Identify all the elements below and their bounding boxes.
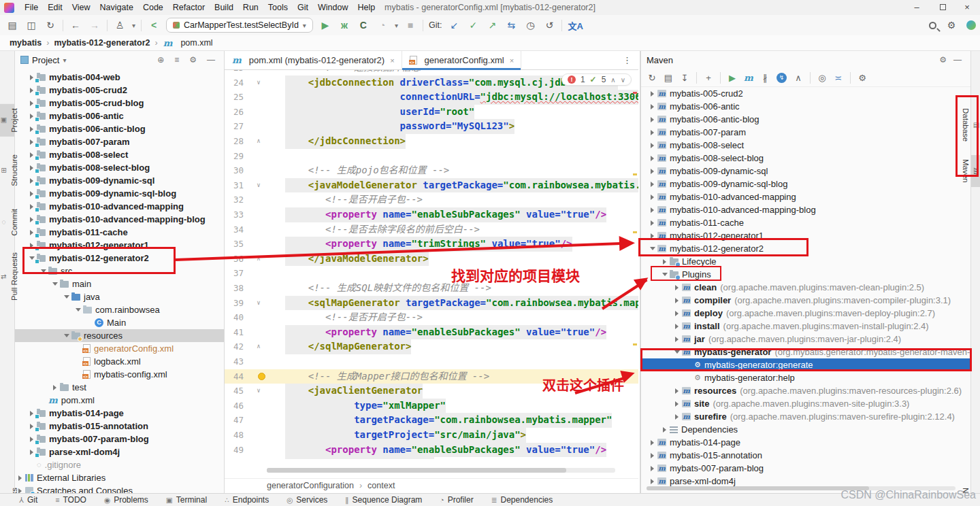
statusbar-item-services[interactable]: ◎Services	[287, 495, 327, 505]
code-line[interactable]: 35 <property name="trimStrings" value="t…	[225, 237, 638, 252]
menu-item-build[interactable]: Build	[210, 3, 238, 12]
fold-expanded-icon[interactable]: ∨	[253, 296, 264, 311]
chevron-right-icon[interactable]	[648, 466, 657, 471]
chevron-down-icon[interactable]	[648, 247, 657, 250]
analyze-dependencies-icon[interactable]: ◎	[817, 73, 827, 83]
project-tree-item[interactable]: Scratches and Consoles	[15, 484, 224, 493]
code-line[interactable]: 25 connectionURL="jdbc:mysql://localhost…	[225, 90, 638, 105]
breadcrumb-item[interactable]: mybatis-012-generator2	[54, 38, 150, 48]
code-line[interactable]: 43	[225, 354, 638, 369]
generate-sources-icon[interactable]: ▤	[664, 73, 673, 83]
chevron-right-icon[interactable]	[648, 156, 657, 161]
hide-panel-icon[interactable]: —	[203, 55, 218, 65]
build-icon[interactable]: <	[147, 20, 161, 31]
code-line[interactable]: 28∧ </jdbcConnection>	[225, 134, 638, 149]
menu-item-help[interactable]: Help	[353, 3, 380, 12]
save-all-icon[interactable]: ◫	[24, 20, 38, 31]
chevron-right-icon[interactable]	[648, 220, 657, 226]
project-tree-item[interactable]: mybatis-010-advanced-mapping-blog	[15, 213, 224, 226]
forward-icon[interactable]: →	[88, 20, 101, 31]
dependency-analyzer-icon[interactable]: ≍	[834, 73, 843, 83]
coverage-button[interactable]: C	[357, 20, 370, 31]
maven-tree-item[interactable]: mmybatis-009-dynamic-sql-blog	[641, 178, 970, 190]
project-tree-item[interactable]: com.rainbowsea	[15, 303, 224, 316]
code-line[interactable]: 50∧ </javaClientGenerator>	[225, 457, 638, 459]
sidebar-tab-project[interactable]: ▣Project	[0, 104, 14, 137]
project-tree-item[interactable]: mybatis-007-param	[15, 135, 224, 148]
panel-settings-gear-icon[interactable]: ⚙	[186, 55, 200, 65]
code-line[interactable]: 30 <!-- 生成pojo包名和位置 -->	[225, 163, 638, 178]
statusbar-item-profiler[interactable]: ◔Profiler	[440, 495, 473, 505]
chevron-right-icon[interactable]	[648, 169, 657, 174]
project-tree-item[interactable]: mybats-007-param-blog	[15, 433, 224, 445]
maven-tree-item[interactable]: mmybatis-006-antic-blog	[641, 113, 970, 126]
fold-end-icon[interactable]: ∧	[253, 339, 264, 354]
download-sources-icon[interactable]: ↧	[680, 73, 689, 83]
chevron-down-icon[interactable]	[62, 295, 71, 299]
project-tree-item[interactable]: mybatis-006-antic-blog	[15, 122, 224, 135]
menu-item-run[interactable]: Run	[238, 3, 263, 12]
chevron-right-icon[interactable]	[648, 195, 657, 200]
code-line[interactable]: 36∧ </javaModelGenerator>	[225, 252, 638, 267]
warning-stripe-mark[interactable]	[633, 231, 637, 233]
settings-gear-icon[interactable]: ⚙	[945, 20, 958, 31]
maven-tree-item[interactable]: ⚙mybatis-generator:generate	[641, 358, 970, 371]
chevron-right-icon[interactable]	[648, 117, 657, 122]
maven-tree-item[interactable]: mdeploy(org.apache.maven.plugins:maven-d…	[641, 307, 970, 320]
chevron-right-icon[interactable]	[672, 388, 681, 394]
statusbar-item-dependencies[interactable]: ≣Dependencies	[491, 495, 553, 505]
stop-button[interactable]: ■	[404, 20, 417, 31]
chevron-right-icon[interactable]	[648, 130, 657, 135]
chevron-down-icon[interactable]	[74, 308, 82, 311]
project-tree-item[interactable]: java	[15, 290, 224, 303]
chevron-right-icon[interactable]	[660, 259, 669, 265]
sidebar-tab-database[interactable]: ▤Database	[971, 104, 980, 146]
open-icon[interactable]: ▤	[5, 20, 19, 31]
sidebar-tab-structure[interactable]: ⊞Structure	[0, 150, 14, 190]
project-tree-item[interactable]: mybatis-012-generator1	[15, 239, 224, 252]
skip-tests-icon[interactable]: ∦	[760, 73, 770, 83]
translate-icon[interactable]: 文A	[568, 19, 583, 32]
maven-tree-item[interactable]: minstall(org.apache.maven.plugins:maven-…	[641, 320, 970, 333]
panel-settings-gear-icon[interactable]: ⚙	[936, 55, 950, 65]
offline-mode-icon[interactable]: ↯	[777, 73, 787, 83]
plugin-sphere-icon[interactable]	[966, 20, 976, 30]
chevron-right-icon[interactable]	[50, 385, 59, 390]
project-tree-item[interactable]: mybatis-009-dynamic-sql-blog	[15, 187, 224, 200]
project-tree-item[interactable]: mybatis-008-select-blog	[15, 161, 224, 174]
project-tree-item[interactable]: mybatis-005-crud2	[15, 84, 224, 97]
sidebar-tab-maven[interactable]: mMaven	[971, 155, 980, 187]
locate-file-icon[interactable]: ⊕	[154, 55, 167, 65]
code-line[interactable]: 45∨ <javaClientGenerator	[225, 384, 638, 399]
git-push-icon[interactable]: ↗	[485, 20, 499, 31]
chevron-right-icon[interactable]	[648, 182, 657, 187]
chevron-right-icon[interactable]	[672, 337, 681, 342]
breadcrumb-item[interactable]: mybatis	[10, 38, 42, 48]
run-button[interactable]: ▶	[318, 20, 332, 31]
maven-tree-item[interactable]: mmybatis-006-antic	[641, 100, 970, 113]
menu-item-view[interactable]: View	[67, 3, 95, 12]
project-tree-item[interactable]: mybatis-015-annotation	[15, 420, 224, 433]
chevron-right-icon[interactable]	[672, 311, 681, 316]
project-tree-item[interactable]: mpom.xml	[15, 394, 224, 407]
maven-tree-item[interactable]: mmybatis-generator(org.mybatis.generator…	[641, 345, 970, 358]
back-icon[interactable]: ←	[69, 20, 82, 31]
statusbar-item-git[interactable]: YGit	[19, 495, 37, 505]
code-line[interactable]: 27 password="MySQL123">	[225, 119, 638, 134]
project-tree-item[interactable]: mybatis-011-cache	[15, 226, 224, 239]
project-tree-item[interactable]: parse-xml-dom4j	[15, 445, 224, 458]
project-tree-item[interactable]: mybatis-006-antic	[15, 109, 224, 122]
code-line[interactable]: 44 <!-- 生成Mapper接口的包名和位置 -->	[225, 369, 638, 384]
statusbar-item-sequence-diagram[interactable]: ∥Sequence Diagram	[345, 495, 422, 505]
menu-item-git[interactable]: Git	[293, 3, 313, 12]
chevron-right-icon[interactable]	[648, 207, 657, 213]
maven-tree-item[interactable]: mmybats-007-param-blog	[641, 462, 970, 475]
fold-expanded-icon[interactable]: ∨	[253, 75, 264, 90]
previous-problem-icon[interactable]: ∧	[610, 76, 615, 84]
add-maven-project-icon[interactable]: +	[704, 73, 713, 83]
chevron-right-icon[interactable]	[648, 91, 657, 97]
inspections-widget[interactable]: ! 1 ✓ 5 ∧ ∨	[561, 73, 632, 86]
code-line[interactable]: 47 targetPackage="com.rainbowsea.mybatis…	[225, 413, 638, 428]
chevron-down-icon[interactable]: ▾	[63, 56, 66, 64]
chevron-right-icon[interactable]	[672, 414, 681, 420]
